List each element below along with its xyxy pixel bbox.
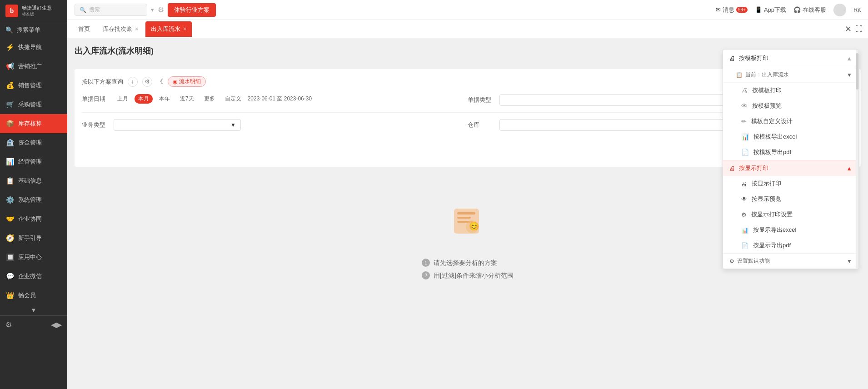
apps-icon: 🔲 (5, 253, 15, 262)
dropdown-item-display-settings[interactable]: ⚙ 按显示打印设置 (723, 207, 858, 222)
operations-icon: 📊 (5, 157, 15, 166)
tab-stock-flow-close[interactable]: × (183, 26, 186, 32)
sidebar-item-enterprise[interactable]: 🤝 企业协同 (0, 209, 67, 229)
tab-home[interactable]: 首页 (73, 21, 95, 37)
dropdown-header[interactable]: 🖨 按模板打印 ▲ (723, 50, 858, 67)
sidebar-item-guide[interactable]: 🧭 新手引导 (0, 229, 67, 248)
template-design-icon: ✏ (741, 118, 747, 125)
topbar-gear-icon[interactable]: ⚙ (158, 5, 164, 14)
tab-stock-flow-label: 出入库流水 (151, 25, 180, 33)
sidebar-item-apps[interactable]: 🔲 应用中心 (0, 248, 67, 267)
filter-collapse-button[interactable]: 《 (157, 78, 163, 86)
date-option-more[interactable]: 更多 (200, 94, 219, 104)
user-avatar[interactable] (833, 4, 846, 16)
message-badge: 99+ (736, 7, 748, 13)
sidebar-settings-icon[interactable]: ⚙ (5, 320, 12, 329)
dropdown-collapse-icon[interactable]: ▲ (846, 55, 852, 62)
empty-steps: 1 请先选择要分析的方案 2 用[过滤]条件来缩小分析范围 (422, 256, 514, 282)
topbar-app-download[interactable]: 📱 App下载 (755, 6, 786, 14)
dropdown-item-template-print[interactable]: 🖨 按模板打印 (723, 83, 858, 98)
sidebar-item-base[interactable]: 📋 基础信息 (0, 171, 67, 190)
dropdown-item-display-preview[interactable]: 👁 按显示预览 (723, 191, 858, 207)
sidebar-item-wechat[interactable]: 💬 企业微信 (0, 267, 67, 286)
sidebar-item-operations[interactable]: 📊 经营管理 (0, 152, 67, 171)
filter-settings-button[interactable]: ⚙ (142, 77, 152, 87)
sidebar-label-operations: 经营管理 (18, 158, 42, 166)
dropdown-item-template-excel[interactable]: 📊 按模板导出excel (723, 129, 858, 145)
date-options-group: 上月 本月 本年 近7天 更多 自定义 2023-06-01 至 2023-06… (114, 94, 312, 104)
sidebar-item-system[interactable]: ⚙️ 系统管理 (0, 190, 67, 209)
sidebar-item-finance[interactable]: 🏦 资金管理 (0, 133, 67, 152)
app-label: App下载 (764, 6, 786, 14)
dropdown-item-display-print[interactable]: 🖨 按显示打印 (723, 176, 858, 191)
sidebar-item-member[interactable]: 👑 畅会员 (0, 286, 67, 305)
svg-text:😊: 😊 (469, 221, 479, 231)
topbar-search-icon: 🔍 (80, 7, 86, 13)
dropdown-print-icon: 🖨 (729, 55, 735, 62)
dropdown-item-template-pdf[interactable]: 📄 按模板导出pdf (723, 145, 858, 160)
dropdown-item-display-excel[interactable]: 📊 按显示导出excel (723, 222, 858, 238)
tab-inventory-batch-close[interactable]: × (135, 26, 138, 32)
filter-tag-liushui[interactable]: ◉ 流水明细 (168, 76, 206, 87)
topbar-message[interactable]: ✉ 消息 99+ (716, 6, 748, 14)
display-preview-icon: 👁 (741, 196, 747, 203)
dropdown-item-template-design[interactable]: ✏ 模板自定义设计 (723, 114, 858, 129)
dropdown-current-item[interactable]: 📋 当前：出入库流水 ▼ (723, 67, 858, 83)
sidebar-label-system: 系统管理 (18, 196, 42, 204)
topbar-left: 🔍 搜索 ▾ ⚙ 体验行业方案 (75, 3, 710, 17)
date-option-this-year[interactable]: 本年 (155, 94, 174, 104)
trial-button[interactable]: 体验行业方案 (168, 3, 216, 17)
biz-select-arrow: ▼ (230, 122, 236, 128)
date-option-7days[interactable]: 近7天 (176, 94, 198, 104)
step-1-label: 请先选择要分析的方案 (434, 256, 497, 269)
sidebar-search[interactable]: 🔍 搜索菜单 (0, 22, 67, 38)
topbar-dropdown-arrow[interactable]: ▾ (151, 6, 154, 13)
tabs-right-actions: ✕ ⛶ (845, 24, 863, 34)
page-area: 出入库流水(流水明细) 🖨 按模板打印 ▲ | ↑ 导出 | ↺ 刷新 (67, 38, 868, 389)
default-settings-icon: ⚙ (729, 258, 734, 264)
logo-name: 畅捷通好生意 (22, 5, 52, 11)
tab-inventory-batch[interactable]: 库存批次账 × (97, 21, 144, 37)
sidebar-scroll-down[interactable]: ▼ (0, 305, 67, 315)
service-label: 在线客服 (803, 6, 826, 14)
date-option-custom[interactable]: 自定义 (221, 94, 245, 104)
type-field-label: 单据类型 (468, 96, 495, 104)
sidebar-label-sales: 销售管理 (18, 81, 42, 90)
finance-icon: 🏦 (5, 138, 15, 147)
sidebar-collapse-icon[interactable]: ◀▶ (51, 320, 62, 329)
tab-close-all-button[interactable]: ✕ (845, 24, 852, 34)
date-option-this-month[interactable]: 本月 (135, 94, 153, 104)
dropdown-item-template-preview[interactable]: 👁 按模板预览 (723, 98, 858, 114)
empty-icon: 😊 (447, 199, 488, 249)
sidebar-item-marketing[interactable]: 📢 营销推广 (0, 57, 67, 76)
sidebar-item-sales[interactable]: 💰 销售管理 (0, 76, 67, 95)
biz-select[interactable]: ▼ (114, 119, 241, 131)
topbar-online-service[interactable]: 🎧 在线客服 (793, 6, 826, 14)
system-icon: ⚙️ (5, 195, 15, 204)
sidebar-label-quick-nav: 快捷导航 (18, 43, 42, 51)
dropdown-scrollbar[interactable] (856, 50, 858, 269)
date-option-last-month[interactable]: 上月 (114, 94, 132, 104)
sidebar-item-inventory[interactable]: 📦 库存核算 (0, 114, 67, 133)
template-preview-label: 按模板预览 (752, 102, 782, 110)
message-icon: ✉ (716, 6, 721, 13)
wechat-icon: 💬 (5, 272, 15, 281)
tab-expand-button[interactable]: ⛶ (855, 25, 863, 33)
sidebar-item-purchase[interactable]: 🛒 采购管理 (0, 95, 67, 114)
template-print-label: 按模板打印 (752, 86, 782, 95)
tabs-bar: 首页 库存批次账 × 出入库流水 × ✕ ⛶ (67, 20, 868, 38)
tab-home-label: 首页 (78, 25, 90, 33)
sidebar-label-base: 基础信息 (18, 177, 42, 185)
step-2-label: 用[过滤]条件来缩小分析范围 (434, 269, 514, 282)
step-1-num: 1 (422, 259, 430, 267)
tab-stock-flow[interactable]: 出入库流水 × (145, 21, 192, 37)
dropdown-scrollbar-thumb[interactable] (856, 53, 858, 90)
topbar-search-box[interactable]: 🔍 搜索 (75, 4, 147, 16)
sidebar: b 畅捷通好生意 标准版 🔍 搜索菜单 ⚡ 快捷导航 📢 营销推广 💰 销售管理… (0, 0, 67, 389)
dropdown-item-display-pdf[interactable]: 📄 按显示导出pdf (723, 238, 858, 253)
sidebar-label-member: 畅会员 (18, 291, 36, 299)
sidebar-item-quick-nav[interactable]: ⚡ 快捷导航 (0, 38, 67, 57)
add-filter-button[interactable]: + (128, 77, 138, 87)
dropdown-footer[interactable]: ⚙ 设置默认功能 ▼ (723, 253, 858, 269)
dropdown-display-section-header[interactable]: 🖨 按显示打印 ▲ (723, 160, 858, 176)
